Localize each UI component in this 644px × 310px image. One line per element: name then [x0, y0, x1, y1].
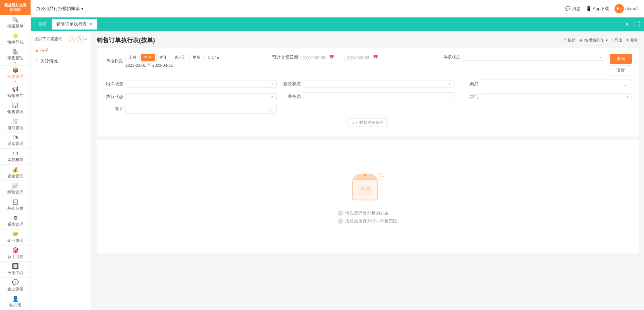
date-range-inputs: 2023-03-01 至 2023-03-31 — [125, 63, 268, 68]
sidebar: 畅捷通好生意 标准版 🔍 搜索菜单 ⭐ 快捷导航 🏪 零售管理 ▼ 📦 批发管理… — [0, 0, 31, 310]
print-label: 按模板打印 — [584, 38, 604, 43]
star-icon: ⭐ — [12, 33, 19, 39]
breadcrumb-dropdown[interactable]: 办公用品行业模拟账套 ▾ — [36, 6, 84, 12]
sidebar-item-finance[interactable]: 💰 资金管理 — [0, 165, 31, 181]
query-buttons: 查询 设置 — [609, 54, 632, 75]
sidebar-item-search[interactable]: 🔍 搜索菜单 — [0, 15, 31, 31]
collapse-filter-btn[interactable]: ∧∧ 收起更多条件 — [347, 118, 388, 127]
sidebar-item-appcenter[interactable]: 🔲 应用中心 — [0, 262, 31, 278]
sidebar-item-retail[interactable]: 🏪 零售管理 ▼ — [0, 47, 31, 66]
exec-select[interactable]: ▾ — [125, 93, 277, 100]
tip-num-1: 1 — [338, 210, 343, 216]
edit-scheme-btn[interactable]: ✎ — [77, 36, 84, 42]
message-btn[interactable]: 💬 消息 — [565, 6, 581, 12]
operations-icon: 📈 — [12, 183, 19, 189]
query-button[interactable]: 查询 — [610, 54, 632, 64]
goods-more-btn[interactable]: ... — [622, 81, 629, 87]
refresh-btn[interactable]: ↻ 刷新 — [626, 38, 639, 43]
print-chevron-icon: ▾ — [606, 38, 608, 43]
search-icon: 🔍 — [12, 16, 19, 23]
sidebar-item-wechat[interactable]: 💬 企业微信 — [0, 278, 31, 294]
plus-icon: + — [71, 37, 73, 41]
sidebar-item-member[interactable]: 👤 畅会员 — [0, 294, 31, 310]
scheme-item-label: 欠货情况 — [40, 58, 58, 64]
expected-date-from[interactable]: yyyy-mm-dd 📅 — [300, 54, 337, 61]
breadcrumb-text: 办公用品行业模拟账套 — [36, 6, 80, 12]
sidebar-item-system[interactable]: ⚙ 系统管理 — [0, 213, 31, 229]
window-expand-icon[interactable]: ⛶ — [633, 20, 641, 29]
sidebar-item-label: 企业协同 — [7, 238, 23, 244]
export-btn[interactable]: ↑ 导出 — [611, 38, 623, 43]
help-label: 帮助 — [568, 38, 576, 43]
window-close-icon[interactable]: ✕ — [624, 20, 631, 29]
sidebar-item-marketing[interactable]: 📢 营销推广 — [0, 84, 31, 100]
sidebar-item-collab[interactable]: 🤝 企业协同 — [0, 229, 31, 246]
tab-sales-order[interactable]: 销售订单执行表 ✕ — [52, 19, 97, 30]
user-menu[interactable]: Ea demo2 — [614, 4, 639, 13]
preset-this-month[interactable]: 本月 — [141, 54, 155, 61]
preset-this-year[interactable]: 本年 — [156, 54, 170, 61]
sidebar-item-wholesale[interactable]: 📦 批发管理 ▲ — [0, 66, 31, 84]
tab-close-icon[interactable]: ✕ — [89, 22, 92, 27]
dept-select[interactable]: ▾ — [481, 93, 632, 100]
preset-more[interactable]: 更多 — [190, 54, 204, 61]
collapse-label: 收起更多条件 — [359, 120, 383, 125]
svg-point-6 — [364, 174, 366, 176]
scheme-item-single[interactable]: ● 按单 — [31, 45, 91, 56]
sidebar-item-sales[interactable]: 📊 销售管理 — [0, 100, 31, 116]
sidebar-item-inventory[interactable]: 🗃 库存核算 — [0, 149, 31, 165]
payment-select[interactable]: ▾ — [303, 81, 454, 88]
status-label: 单据状态 — [440, 54, 461, 60]
expected-date-to[interactable]: yyyy-mm-dd 📅 — [344, 54, 381, 61]
scheme-dot-icon: ● — [36, 48, 38, 53]
print-btn[interactable]: 🖨 按模板打印 ▾ — [579, 38, 608, 43]
user-name: demo2 — [625, 6, 639, 11]
help-btn[interactable]: ? 帮助 — [564, 38, 576, 43]
refresh-label: 刷新 — [631, 38, 639, 43]
refresh-icon: ↻ — [626, 38, 629, 43]
sidebar-item-operations[interactable]: 📈 经营管理 — [0, 181, 31, 197]
date-range-text: 2023-03-01 至 2023-03-31 — [125, 63, 173, 68]
scheme-item-shortage[interactable]: ○ 欠货情况 — [31, 56, 91, 66]
salesman-more-btn[interactable]: ... — [445, 94, 451, 99]
tab-home[interactable]: 首页 — [34, 19, 52, 30]
status-chevron-icon: ▾ — [600, 55, 601, 59]
preset-last-month[interactable]: 上月 — [125, 54, 140, 61]
sidebar-item-purchase[interactable]: 🛍 采购管理 — [0, 133, 31, 149]
sidebar-item-quicknav[interactable]: ⭐ 快捷导航 — [0, 31, 31, 47]
reset-button[interactable]: 设置 — [609, 65, 632, 75]
export-icon: ↑ — [611, 38, 613, 43]
page-title: 销售订单执行表(按单) — [97, 36, 155, 44]
status-filter-group: 单据状态 ▾ — [440, 54, 605, 61]
empty-tip-1: 1 请先选择要分析的方案 — [338, 210, 397, 216]
date-preset-group: 上月 本月 本年 近7天 更多 自定义 — [125, 54, 268, 61]
app-download-btn[interactable]: 📱 App下载 — [586, 6, 609, 12]
customer-filter-group: 客户 ... — [103, 105, 277, 114]
sales-icon: 📊 — [12, 102, 19, 108]
add-scheme-btn[interactable]: + — [69, 36, 75, 42]
sidebar-item-ecommerce[interactable]: 🛒 电商管理 — [0, 116, 31, 133]
collapse-up-icon: ∧∧ — [352, 120, 358, 125]
sidebar-item-newbie[interactable]: 🎯 新手引导 — [0, 246, 31, 262]
preset-custom[interactable]: 自定义 — [205, 54, 223, 61]
expected-to-placeholder: yyyy-mm-dd — [347, 55, 369, 60]
tip-text-2: 用过滤条件来缩小分析范围 — [345, 218, 397, 224]
sidebar-item-label: 基础信息 — [7, 206, 23, 211]
warehouse-select[interactable]: ▾ — [125, 81, 277, 88]
collapse-bar: ∧∧ 收起更多条件 — [103, 116, 632, 130]
sidebar-item-basicinfo[interactable]: 📋 基础信息 — [0, 197, 31, 213]
customer-more-btn[interactable]: ... — [267, 107, 274, 112]
topbar: 办公用品行业模拟账套 ▾ 💬 消息 📱 App下载 Ea demo2 — [31, 0, 644, 17]
wholesale-icon: 📦 — [12, 67, 19, 73]
date-label: 单据日期 — [103, 58, 123, 64]
sidebar-item-label: 库存核算 — [7, 157, 23, 163]
app-download-label: App下载 — [593, 6, 609, 12]
purchase-icon: 🛍 — [13, 134, 18, 140]
customer-label: 客户 — [103, 106, 123, 112]
preset-7days[interactable]: 近7天 — [172, 54, 188, 61]
calendar2-icon: 📅 — [373, 55, 378, 60]
collapse-panel-btn[interactable]: « — [85, 36, 88, 42]
status-select[interactable]: ▾ — [463, 54, 605, 61]
print-icon: 🖨 — [579, 38, 583, 43]
wechat-icon: 💬 — [12, 279, 19, 286]
